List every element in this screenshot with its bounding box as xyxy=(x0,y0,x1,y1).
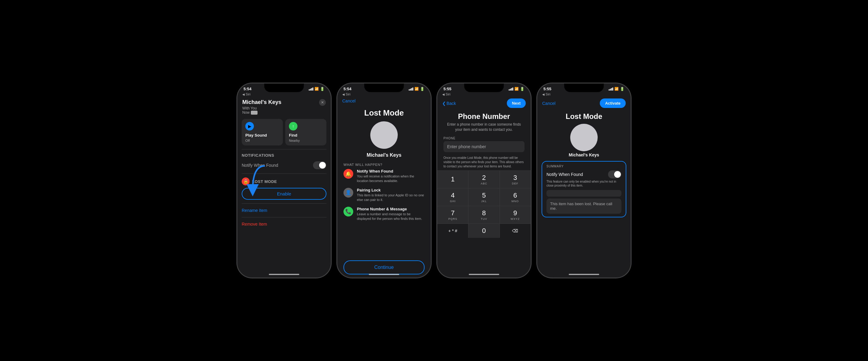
nav-bar-3: ❮ Back Next xyxy=(437,97,531,110)
phone-icon: 📞 xyxy=(343,207,353,216)
p2-avatar xyxy=(370,121,398,149)
p4-content: Lost Mode Michael's Keys SUMMARY Notify … xyxy=(537,110,630,277)
p1-actions: ▶ Play Sound Off ↑ Find Nearby xyxy=(238,117,331,147)
home-indicator-2 xyxy=(369,274,399,275)
key-8[interactable]: 8TUV xyxy=(468,206,499,223)
key-7[interactable]: 7PQRS xyxy=(437,206,468,223)
p2-title: Lost Mode xyxy=(364,108,404,118)
toggle-knob xyxy=(319,162,326,169)
divider-4 xyxy=(242,217,327,217)
find-label: Find xyxy=(289,133,323,138)
p3-sub: Enter a phone number in case someone fin… xyxy=(437,122,531,136)
home-indicator-4 xyxy=(569,274,599,275)
feature-pairing: 👤 Pairing Lock This item is linked to yo… xyxy=(343,188,425,203)
p1-title: Michael's Keys xyxy=(242,99,281,106)
notifications-section: Notifications xyxy=(238,151,331,159)
divider-1 xyxy=(242,149,327,149)
feature-phone: 📞 Phone Number & Message Leave a number … xyxy=(343,207,425,221)
notch-4 xyxy=(564,84,604,92)
p2-item-name: Michael's Keys xyxy=(367,152,401,158)
p4-toggle-knob xyxy=(614,171,621,178)
play-sound-button[interactable]: ▶ Play Sound Off xyxy=(242,119,283,145)
p4-notify-label: Notify When Found xyxy=(547,172,583,177)
p3-title: Phone Number xyxy=(437,110,531,122)
play-sound-sub: Off xyxy=(245,139,279,142)
battery-icon-4: 🔋 xyxy=(620,87,624,91)
p4-message[interactable]: This item has been lost. Please call me. xyxy=(547,199,621,214)
p3-hint: Once you enable Lost Mode, this phone nu… xyxy=(437,154,531,171)
play-sound-label: Play Sound xyxy=(245,133,279,138)
find-icon: ↑ xyxy=(289,122,298,130)
lost-mode-icon: 🔒 xyxy=(242,177,250,185)
screen-2: 5:54 📶 🔋 ◀ Siri Cancel xyxy=(337,84,431,277)
key-0[interactable]: 0 xyxy=(468,224,499,238)
numpad: 1 2ABC 3DEF 4GHI 5JKL 6MNO 7PQRS 8TUV 9W… xyxy=(437,171,531,238)
signal-1 xyxy=(309,88,313,91)
cancel-button-4[interactable]: Cancel xyxy=(542,101,556,106)
lost-mode-header: 🔒 Lost Mode xyxy=(242,177,327,185)
wifi-icon-2: 📶 xyxy=(414,87,419,91)
key-backspace[interactable]: ⌫ xyxy=(500,224,531,238)
p1-now: Now ▬ xyxy=(242,110,281,115)
status-time-1: 5:54 xyxy=(244,87,251,91)
p4-notify-toggle[interactable] xyxy=(608,171,621,178)
phone-input[interactable]: Enter phone number xyxy=(443,141,525,152)
key-9[interactable]: 9WXYZ xyxy=(500,206,531,223)
signal-3 xyxy=(509,88,513,91)
key-4[interactable]: 4GHI xyxy=(437,188,468,206)
p4-notify-row: Notify When Found xyxy=(547,171,621,178)
p1-title-group: Michael's Keys With You Now ▬ xyxy=(242,99,281,115)
scene: 5:54 📶 🔋 ◀ Siri Michael' xyxy=(0,76,868,285)
key-1[interactable]: 1 xyxy=(437,171,468,188)
p1-with-you: With You xyxy=(242,106,281,110)
phone-2: 5:54 📶 🔋 ◀ Siri Cancel xyxy=(337,83,431,278)
notify-label: Notify When Found xyxy=(242,163,278,168)
notch-1 xyxy=(264,84,304,92)
p4-item-name: Michael's Keys xyxy=(537,152,630,157)
battery-icon-2: 🔋 xyxy=(420,87,425,91)
close-button-1[interactable]: ✕ xyxy=(319,99,326,106)
status-time-2: 5:54 xyxy=(343,87,351,91)
notch-2 xyxy=(364,84,404,92)
status-icons-1: 📶 🔋 xyxy=(309,87,324,91)
back-button-3[interactable]: ❮ Back xyxy=(442,101,456,106)
feature-notify: 🔔 Notify When Found You will receive a n… xyxy=(343,169,425,184)
p3-content: Phone Number Enter a phone number in cas… xyxy=(437,110,531,277)
key-5[interactable]: 5JKL xyxy=(468,188,499,206)
rename-button[interactable]: Rename Item xyxy=(238,206,331,215)
p4-notify-hint: This feature can only be enabled when yo… xyxy=(547,180,621,187)
find-button[interactable]: ↑ Find Nearby xyxy=(285,119,327,145)
siri-label-4: ◀ Siri xyxy=(537,92,630,97)
screen-3: 5:55 📶 🔋 ◀ Siri ❮ xyxy=(437,84,531,277)
key-6[interactable]: 6MNO xyxy=(500,188,531,206)
continue-button[interactable]: Continue xyxy=(343,260,425,274)
enable-button[interactable]: Enable xyxy=(242,188,327,200)
siri-label-3: ◀ Siri xyxy=(437,92,531,97)
status-icons-2: 📶 🔋 xyxy=(409,87,425,91)
home-indicator-1 xyxy=(269,274,299,275)
feature-notify-text: Notify When Found You will receive a not… xyxy=(357,169,425,184)
p4-input-1[interactable] xyxy=(547,190,621,197)
notch-3 xyxy=(464,84,504,92)
p1-header: Michael's Keys With You Now ▬ ✕ xyxy=(238,97,331,117)
wifi-icon-1: 📶 xyxy=(314,87,319,91)
signal-2 xyxy=(409,88,413,91)
screen-4: 5:55 📶 🔋 ◀ Siri Cancel Acti xyxy=(537,84,630,277)
key-2[interactable]: 2ABC xyxy=(468,171,499,188)
key-3[interactable]: 3DEF xyxy=(500,171,531,188)
p2-what-label: WHAT WILL HAPPEN? xyxy=(343,163,382,167)
back-chevron: ❮ xyxy=(442,101,446,106)
nav-bar-4: Cancel Activate xyxy=(537,97,630,110)
key-symbols[interactable]: + * # xyxy=(437,224,468,238)
next-button-3[interactable]: Next xyxy=(507,98,526,108)
signal-4 xyxy=(609,88,613,91)
phone-1: 5:54 📶 🔋 ◀ Siri Michael' xyxy=(237,83,331,278)
status-icons-3: 📶 🔋 xyxy=(509,87,525,91)
notify-toggle[interactable] xyxy=(313,161,327,169)
phone-4: 5:55 📶 🔋 ◀ Siri Cancel Acti xyxy=(537,83,631,278)
activate-button[interactable]: Activate xyxy=(600,98,626,108)
remove-button[interactable]: Remove Item xyxy=(238,219,331,229)
cancel-button-2[interactable]: Cancel xyxy=(342,98,356,103)
summary-label: SUMMARY xyxy=(547,164,621,168)
screen-1: 5:54 📶 🔋 ◀ Siri Michael' xyxy=(238,84,331,277)
